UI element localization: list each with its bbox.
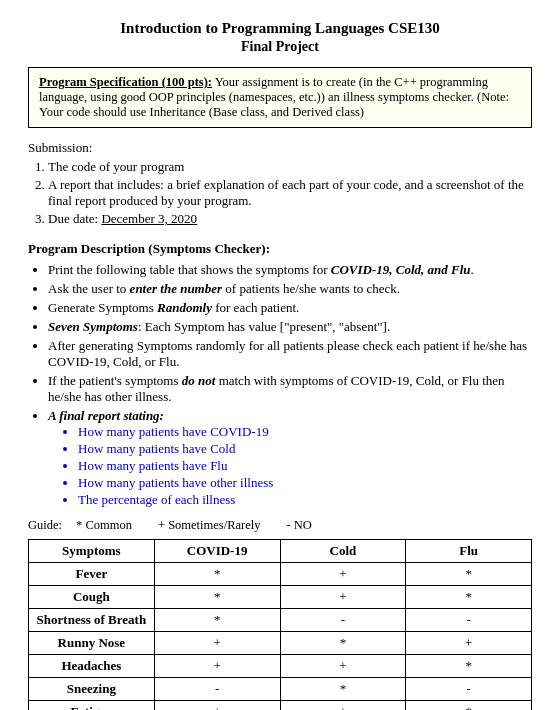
submission-label: Submission: (28, 140, 532, 156)
desc-bullets: Print the following table that shows the… (48, 262, 532, 508)
table-header-row: Symptoms COVID-19 Cold Flu (29, 540, 532, 563)
col-symptoms: Symptoms (29, 540, 155, 563)
cell-covid: * (154, 586, 280, 609)
cell-covid: + (154, 632, 280, 655)
bullet-6: If the patient's symptoms do not match w… (48, 373, 532, 405)
cell-cold: + (280, 563, 406, 586)
submission-item-1: The code of your program (48, 159, 532, 175)
guide-common: * Common (76, 518, 132, 533)
cell-symptom: Shortness of Breath (29, 609, 155, 632)
desc-title: Program Description (Symptoms Checker): (28, 241, 532, 257)
table-row: Headaches++* (29, 655, 532, 678)
cell-covid: + (154, 701, 280, 711)
due-date: December 3, 2020 (101, 211, 197, 226)
report-item-5: The percentage of each illness (78, 492, 532, 508)
submission-list: The code of your program A report that i… (48, 159, 532, 227)
col-flu: Flu (406, 540, 532, 563)
submission-section: Submission: The code of your program A r… (28, 140, 532, 227)
program-description: Program Description (Symptoms Checker): … (28, 241, 532, 508)
table-row: Fever*+* (29, 563, 532, 586)
cell-symptom: Runny Nose (29, 632, 155, 655)
bullet-7: A final report stating: How many patient… (48, 408, 532, 508)
submission-item-2: A report that includes: a brief explanat… (48, 177, 532, 209)
cell-flu: + (406, 632, 532, 655)
guide-row: Guide: * Common + Sometimes/Rarely - NO (28, 518, 532, 533)
bullet-1: Print the following table that shows the… (48, 262, 532, 278)
bullet-2: Ask the user to enter the number of pati… (48, 281, 532, 297)
cell-symptom: Cough (29, 586, 155, 609)
cell-cold: * (280, 632, 406, 655)
cell-covid: * (154, 609, 280, 632)
bullet-3: Generate Symptoms Randomly for each pati… (48, 300, 532, 316)
table-row: Shortness of Breath*-- (29, 609, 532, 632)
cell-covid: - (154, 678, 280, 701)
cell-symptom: Fever (29, 563, 155, 586)
cell-covid: + (154, 655, 280, 678)
table-row: Fatigue++* (29, 701, 532, 711)
report-item-4: How many patients have other illness (78, 475, 532, 491)
table-row: Runny Nose+*+ (29, 632, 532, 655)
cell-flu: - (406, 609, 532, 632)
cell-flu: * (406, 701, 532, 711)
cell-cold: * (280, 678, 406, 701)
symptoms-table: Symptoms COVID-19 Cold Flu Fever*+*Cough… (28, 539, 532, 710)
guide-label: Guide: (28, 518, 62, 533)
bullet-5: After generating Symptoms randomly for a… (48, 338, 532, 370)
report-item-1: How many patients have COVID-19 (78, 424, 532, 440)
table-row: Cough*+* (29, 586, 532, 609)
table-body: Fever*+*Cough*+*Shortness of Breath*--Ru… (29, 563, 532, 711)
cell-flu: * (406, 563, 532, 586)
cell-symptom: Fatigue (29, 701, 155, 711)
page-subtitle: Final Project (28, 39, 532, 55)
cell-cold: - (280, 609, 406, 632)
spec-box: Program Specification (100 pts): Your as… (28, 67, 532, 128)
cell-flu: * (406, 586, 532, 609)
spec-title: Program Specification (100 pts): (39, 75, 212, 89)
cell-cold: + (280, 701, 406, 711)
guide-sometimes: + Sometimes/Rarely (158, 518, 261, 533)
cell-symptom: Headaches (29, 655, 155, 678)
cell-covid: * (154, 563, 280, 586)
table-row: Sneezing-*- (29, 678, 532, 701)
guide-no: - NO (287, 518, 312, 533)
final-report-list: How many patients have COVID-19 How many… (78, 424, 532, 508)
cell-cold: + (280, 655, 406, 678)
cell-symptom: Sneezing (29, 678, 155, 701)
submission-item-3: Due date: December 3, 2020 (48, 211, 532, 227)
report-item-2: How many patients have Cold (78, 441, 532, 457)
cell-cold: + (280, 586, 406, 609)
col-cold: Cold (280, 540, 406, 563)
page-title: Introduction to Programming Languages CS… (28, 20, 532, 37)
cell-flu: - (406, 678, 532, 701)
bullet-4: Seven Symptoms: Each Symptom has value [… (48, 319, 532, 335)
col-covid: COVID-19 (154, 540, 280, 563)
cell-flu: * (406, 655, 532, 678)
report-item-3: How many patients have Flu (78, 458, 532, 474)
